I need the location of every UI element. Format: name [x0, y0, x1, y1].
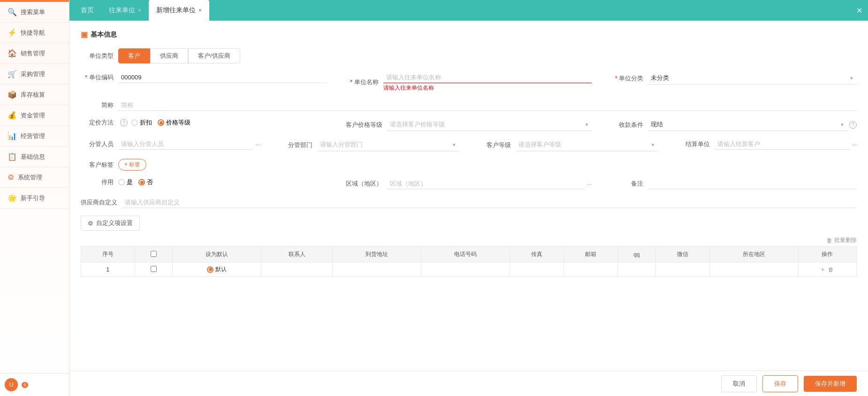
col-phone: 电话号码: [421, 247, 510, 263]
department-select[interactable]: 请输入分管部门 ▼: [317, 139, 460, 151]
save-new-button[interactable]: 保存并新增: [804, 376, 857, 392]
sidebar-item-quick-nav[interactable]: ⚡ 快捷导航: [0, 23, 69, 43]
tab-home-label: 首页: [81, 6, 94, 15]
form-row-abbr: 简称: [81, 100, 857, 111]
customer-level-label: 客户等级: [478, 141, 516, 149]
manager-label: 分管人员: [81, 140, 118, 148]
payment-terms-select[interactable]: 现结 ▼: [648, 118, 847, 131]
remark-input[interactable]: [648, 178, 857, 189]
tab-partner-list-close[interactable]: ×: [138, 7, 141, 14]
row-email: [563, 263, 617, 277]
discount-label: 折扣: [140, 118, 152, 127]
field-disabled: 停用 是 否: [81, 178, 327, 186]
select-all-checkbox[interactable]: [151, 251, 157, 257]
settlement-label: 结算单位: [677, 140, 715, 148]
customer-level-placeholder: 请选择客户等级: [518, 140, 651, 149]
disabled-yes-circle: [118, 179, 125, 186]
customer-level-select[interactable]: 请选择客户等级 ▼: [516, 139, 658, 151]
row-qq: [617, 263, 656, 277]
row-default-radio[interactable]: 默认: [175, 265, 258, 273]
user-avatar[interactable]: U: [5, 378, 18, 391]
sidebar-item-label: 系统管理: [18, 173, 42, 182]
custom-settings-button[interactable]: ⚙ 自定义项设置: [81, 216, 140, 231]
unit-type-btn-both[interactable]: 客户/供应商: [188, 48, 240, 63]
region-label: 区域（地区）: [346, 179, 387, 188]
sidebar-item-basic-info[interactable]: 📋 基础信息: [0, 147, 69, 167]
row-checkbox[interactable]: [151, 266, 157, 272]
field-payment-terms: 收款条件 现结 ▼ ?: [610, 118, 857, 131]
guide-icon: 🌟: [8, 194, 17, 202]
col-address: 到货地址: [333, 247, 421, 263]
abbr-input[interactable]: [118, 100, 857, 111]
close-all-tabs[interactable]: ✕: [854, 4, 864, 17]
discount-radio-circle: [131, 119, 138, 126]
delete-row-icon[interactable]: 🗑: [828, 266, 834, 273]
region-dots-icon[interactable]: ···: [587, 180, 592, 187]
unit-category-select[interactable]: 未分类 ▼: [648, 72, 857, 85]
tab-new-partner[interactable]: 新增往来单位 ×: [149, 0, 209, 21]
save-button[interactable]: 保存: [762, 375, 798, 392]
sidebar-item-purchase-mgmt[interactable]: 🛒 采购管理: [0, 64, 69, 85]
pricing-method-level[interactable]: 价格等级: [158, 118, 190, 127]
col-contact: 联系人: [261, 247, 333, 263]
tab-partner-list[interactable]: 往来单位 ×: [101, 0, 149, 21]
supplier-custom-input[interactable]: [122, 197, 857, 208]
cancel-button[interactable]: 取消: [721, 375, 757, 392]
manager-input[interactable]: [118, 139, 254, 150]
sidebar-footer: U 4: [0, 373, 69, 396]
system-icon: ⚙: [8, 173, 14, 182]
disabled-no[interactable]: 否: [138, 178, 153, 186]
operations-icon: 📊: [8, 132, 17, 140]
settlement-input[interactable]: [715, 139, 850, 150]
pricing-method-radio: 折扣 价格等级: [131, 118, 190, 127]
pricing-method-help-icon[interactable]: ?: [120, 119, 128, 126]
price-level-placeholder: 请选择客户价格等级: [390, 120, 585, 129]
disabled-yes[interactable]: 是: [118, 178, 133, 186]
settlement-dots-icon[interactable]: ···: [852, 141, 857, 148]
field-pricing-method: 定价方法 ? 折扣 价格等级: [81, 118, 327, 127]
manager-dots-icon[interactable]: ···: [256, 141, 261, 148]
sidebar-item-finance[interactable]: 💰 资金管理: [0, 105, 69, 126]
disabled-no-circle: [138, 179, 145, 186]
table-row: 1 默认: [81, 263, 857, 277]
unit-name-input[interactable]: [383, 72, 592, 83]
pricing-method-discount[interactable]: 折扣: [131, 118, 152, 127]
quick-nav-icon: ⚡: [8, 28, 17, 37]
default-label: 默认: [215, 265, 227, 273]
notification-badge: 4: [22, 382, 28, 388]
field-manager: 分管人员 ···: [81, 139, 261, 150]
contacts-table: 序号 设为默认 联系人 到货地址 电话号码 传真 邮箱 qq 微信 所在地区 操…: [81, 246, 857, 277]
row-region: [709, 263, 798, 277]
sidebar-item-sales-mgmt[interactable]: 🏠 销售管理: [0, 43, 69, 64]
col-wechat: 微信: [656, 247, 710, 263]
sidebar-item-label: 库存核算: [21, 91, 45, 99]
unit-category-caret-icon: ▼: [849, 76, 854, 81]
dept-placeholder: 请输入分管部门: [320, 140, 452, 149]
sidebar-item-system-mgmt[interactable]: ⚙ 系统管理: [0, 167, 69, 188]
unit-type-btn-supplier[interactable]: 供应商: [150, 48, 188, 63]
tab-new-partner-close[interactable]: ×: [198, 7, 202, 14]
sidebar-item-new-guide[interactable]: 🌟 新手引导: [0, 188, 69, 209]
sidebar-item-label: 搜索菜单: [21, 8, 45, 16]
field-supplier-custom: 供应商自定义: [81, 197, 857, 208]
col-check[interactable]: [135, 247, 173, 263]
customer-price-level-select[interactable]: 请选择客户价格等级 ▼: [387, 118, 592, 131]
sales-icon: 🏠: [8, 49, 17, 58]
sidebar-item-label: 新手引导: [21, 194, 45, 202]
unit-type-btn-customer[interactable]: 客户: [118, 48, 150, 63]
batch-delete-label[interactable]: 批量删除: [834, 236, 857, 244]
add-tag-button[interactable]: + 标签: [118, 159, 146, 171]
sidebar-item-search-menu[interactable]: 🔍 搜索菜单: [0, 2, 69, 23]
disabled-no-label: 否: [147, 178, 153, 186]
row-wechat: [656, 263, 710, 277]
disabled-yes-label: 是: [127, 178, 133, 186]
tab-home[interactable]: 首页: [73, 0, 101, 21]
add-row-icon[interactable]: +: [821, 266, 824, 273]
disabled-radio: 是 否: [118, 178, 153, 186]
unit-code-input[interactable]: [118, 72, 327, 83]
sidebar-item-inventory[interactable]: 📦 库存核算: [0, 85, 69, 105]
region-input[interactable]: [387, 178, 585, 189]
field-unit-name: 单位名称 请输入往来单位名称: [346, 72, 592, 92]
payment-terms-help-icon[interactable]: ?: [849, 121, 857, 129]
sidebar-item-operations[interactable]: 📊 经营管理: [0, 126, 69, 147]
